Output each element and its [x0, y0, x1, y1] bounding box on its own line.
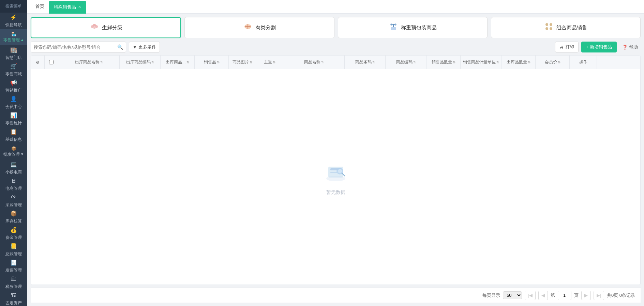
category-tab-label: 生鲜分级	[102, 25, 122, 31]
sidebar-item-member-center[interactable]: 👤 会员中心	[0, 94, 27, 111]
svg-point-13	[550, 23, 552, 26]
sidebar-item-inventory[interactable]: 📦 库存核算	[0, 209, 27, 225]
sidebar-item-quick-nav[interactable]: ⚡ 快捷导航	[0, 13, 27, 29]
sidebar-item-wholesale-mgmt[interactable]: 📦 批发管理 ▼	[0, 143, 27, 160]
search-input[interactable]	[34, 45, 117, 50]
toolbar-right: 🖨 打印 + 新增销售品 ❓ 帮助	[555, 42, 641, 52]
th-sale-unit[interactable]: 销售商品计量单位 ⇅	[461, 56, 501, 69]
sidebar-item-ecom-mgmt[interactable]: 🖥 电商管理	[0, 176, 27, 193]
sidebar-item-label: 库存核算	[5, 218, 22, 224]
weigh-pack-icon	[389, 22, 398, 33]
prev-page-button[interactable]: ◀	[538, 291, 548, 300]
sidebar-item-label: 基础信息	[5, 137, 22, 142]
print-button[interactable]: 🖨 打印	[555, 42, 579, 52]
sidebar-item-label: 小畅电商	[5, 169, 22, 175]
sidebar-item-label: 零售商城	[5, 71, 22, 77]
category-tab-label: 肉类分割	[255, 25, 276, 31]
category-tab-meat-cut[interactable]: 肉类分割	[184, 17, 334, 38]
th-out-qty[interactable]: 出库品数量 ⇅	[501, 56, 536, 69]
sidebar-item-label: 电商管理	[5, 186, 22, 192]
sidebar-item-retail-stats[interactable]: 📊 零售统计	[0, 111, 27, 127]
sort-icon: ⇅	[496, 60, 499, 64]
quick-nav-icon: ⚡	[10, 14, 17, 21]
table-header: ⚙ 出库商品名称 ⇅ 出库商品编码 ⇅ 出库商品... ⇅	[31, 56, 640, 69]
toolbar: 🔍 ▼ 更多条件 🖨 打印 + 新增销售品 ❓ 帮助	[31, 42, 641, 52]
sidebar-item-smart-store[interactable]: 🏬 智慧门店	[0, 45, 27, 62]
th-sale-qty[interactable]: 销售品数量 ⇅	[426, 56, 461, 69]
sort-icon: ⇅	[321, 60, 324, 64]
th-out-code[interactable]: 出库商品编码 ⇅	[120, 56, 161, 69]
sidebar-item-basic-info[interactable]: 📋 基础信息	[0, 127, 27, 143]
basic-info-icon: 📋	[10, 128, 17, 136]
data-table: ⚙ 出库商品名称 ⇅ 出库商品编码 ⇅ 出库商品... ⇅	[31, 55, 641, 285]
svg-point-3	[93, 27, 95, 29]
sidebar-item-label: 智慧门店	[5, 55, 22, 61]
sidebar-item-general-ledger[interactable]: 📒 总账管理	[0, 242, 27, 258]
sort-icon: ⇅	[250, 60, 252, 64]
filter-button[interactable]: ▼ 更多条件	[129, 42, 160, 52]
select-all-checkbox[interactable]	[49, 60, 54, 64]
sidebar-item-sales-promo[interactable]: 📢 营销推广	[0, 78, 27, 94]
sidebar-item-label: 零售管理	[3, 37, 20, 43]
sort-icon: ⇅	[372, 60, 375, 64]
tab-special-goods[interactable]: 特殊销售品 ✕	[49, 1, 86, 14]
sidebar-item-label: 快捷导航	[5, 22, 22, 28]
th-goods-code[interactable]: 商品编码 ⇅	[386, 56, 426, 69]
sort-icon: ⇅	[413, 60, 416, 64]
tax-icon: 🏛	[11, 275, 16, 283]
sidebar-item-tax[interactable]: 🏛 税务管理	[0, 274, 27, 291]
th-barcode[interactable]: 商品条码 ⇅	[345, 56, 386, 69]
th-out-spec[interactable]: 出库商品... ⇅	[161, 56, 195, 69]
sort-icon: ⇅	[273, 60, 275, 64]
per-page-label: 每页显示	[482, 292, 500, 299]
sort-icon: ⇅	[151, 60, 154, 64]
tab-home[interactable]: 首页	[31, 0, 49, 14]
sidebar-item-fixed-assets[interactable]: 🏗 固定资产	[0, 291, 27, 306]
sidebar-item-label: 税务管理	[5, 284, 22, 290]
sidebar-item-finance[interactable]: 💰 资金管理	[0, 225, 27, 242]
page-input[interactable]	[558, 291, 571, 300]
sidebar-item-purchase-mgmt[interactable]: 🛍 采购管理	[0, 193, 27, 209]
th-member-price[interactable]: 会员价 ⇅	[536, 56, 570, 69]
next-page-button[interactable]: ▶	[581, 291, 591, 300]
th-out-name[interactable]: 出库商品名称 ⇅	[58, 56, 120, 69]
horizontal-scrollbar[interactable]	[31, 285, 641, 288]
close-icon[interactable]: ✕	[78, 5, 81, 9]
sidebar-item-label: 总账管理	[5, 251, 22, 257]
sidebar-item-retail-mall[interactable]: 🛒 零售商城	[0, 62, 27, 78]
sort-icon: ⇅	[453, 60, 455, 64]
fresh-grade-icon	[90, 22, 99, 33]
per-page-select[interactable]: 50 100 200	[503, 291, 522, 299]
help-button[interactable]: ❓ 帮助	[619, 42, 641, 52]
th-sale[interactable]: 销售品 ⇅	[195, 56, 229, 69]
sidebar-item-invoice[interactable]: 🧾 发票管理	[0, 258, 27, 274]
search-icon: 🔍	[117, 44, 123, 50]
th-checkbox[interactable]	[45, 56, 58, 69]
sort-icon: ⇅	[217, 60, 220, 64]
th-img[interactable]: 商品图片 ⇅	[229, 56, 256, 69]
smart-store-icon: 🏬	[10, 46, 17, 54]
th-weight[interactable]: 主重 ⇅	[256, 56, 283, 69]
th-name[interactable]: 商品名称 ⇅	[283, 56, 345, 69]
add-goods-button[interactable]: + 新增销售品	[581, 42, 617, 52]
th-settings[interactable]: ⚙	[31, 56, 45, 69]
page-label: 第	[551, 292, 555, 299]
category-tab-fresh-grade[interactable]: 生鲜分级	[31, 17, 181, 38]
sidebar-item-label: 资金管理	[5, 235, 22, 241]
empty-state: 暂无数据	[31, 69, 640, 285]
category-tab-weigh-pack[interactable]: 称重预包装商品	[338, 17, 488, 38]
finance-icon: 💰	[10, 226, 17, 234]
sidebar-item-retail-mgmt[interactable]: 🏪 零售管理 ▲	[0, 29, 27, 45]
retail-mgmt-icon: 🏪	[11, 31, 16, 37]
sidebar-item-label: 零售统计	[5, 120, 22, 126]
first-page-button[interactable]: |◀	[525, 291, 535, 300]
total-info: 共0页 0条记录	[607, 292, 635, 299]
search-box[interactable]: 🔍	[31, 42, 126, 52]
invoice-icon: 🧾	[10, 259, 17, 266]
last-page-button[interactable]: ▶|	[594, 291, 604, 300]
category-tab-combo-goods[interactable]: 组合商品销售	[491, 17, 641, 38]
sidebar-logo[interactable]: 搜索菜单	[0, 0, 27, 13]
mini-ecom-icon: 💻	[10, 161, 17, 168]
sort-icon: ⇅	[558, 60, 560, 64]
sidebar-item-mini-ecom[interactable]: 💻 小畅电商	[0, 160, 27, 176]
